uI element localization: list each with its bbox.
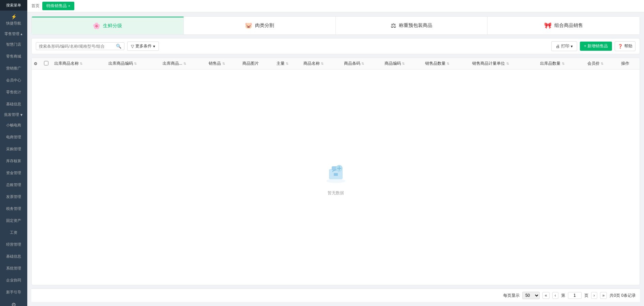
page-unit: 页 bbox=[584, 293, 588, 299]
th-ops: 操作 bbox=[619, 58, 640, 70]
th-out-name: 出库商品名称 ⇅ bbox=[52, 58, 106, 70]
search-icon[interactable]: 🔍 bbox=[116, 44, 121, 49]
filter-arrow: ▾ bbox=[153, 44, 155, 49]
sidebar-item-invoice[interactable]: 发票管理 bbox=[0, 191, 27, 203]
sidebar-item-operation[interactable]: 经营管理 bbox=[0, 239, 27, 250]
th-product-name: 商品名称 ⇅ bbox=[301, 58, 342, 70]
tab-weight[interactable]: ⚖ 称重预包装商品 bbox=[336, 17, 488, 34]
sidebar-item-guide[interactable]: 新手引导 bbox=[0, 286, 27, 298]
search-box[interactable]: 🔍 bbox=[36, 42, 124, 50]
print-arrow: ▾ bbox=[571, 44, 573, 49]
quick-icon: ⚡ bbox=[11, 14, 17, 19]
sidebar-item-base-info2[interactable]: 基础信息 bbox=[0, 250, 27, 262]
sidebar-item-fixed-assets[interactable]: 固定资产 bbox=[0, 215, 27, 227]
sidebar-item-system[interactable]: 系统管理 bbox=[0, 262, 27, 274]
th-member-price: 会员价 ⇅ bbox=[585, 58, 619, 70]
sidebar-item-enterprise[interactable]: 企业协同 bbox=[0, 274, 27, 286]
th-main-weight: 主量 ⇅ bbox=[274, 58, 301, 70]
sidebar-item-salary[interactable]: 工资 bbox=[0, 227, 27, 239]
topbar-tab-special[interactable]: 特殊销售品 × bbox=[42, 2, 74, 10]
svg-point-0 bbox=[326, 179, 345, 183]
combo-icon: 🎀 bbox=[544, 22, 552, 29]
sidebar-item-inventory[interactable]: 库存核算 bbox=[0, 155, 27, 167]
filter-icon: ▽ bbox=[131, 44, 134, 49]
sidebar-item-retail-mall[interactable]: 零售商城 bbox=[0, 50, 27, 62]
data-table: ⚙ 出库商品名称 ⇅ 出库商品编码 ⇅ 出库商品... ⇅ 销售品 ⇅ 商品图片… bbox=[32, 58, 640, 70]
th-barcode: 商品条码 ⇅ bbox=[342, 58, 383, 70]
th-out-qty: 出库品数量 ⇅ bbox=[538, 58, 585, 70]
svg-rect-4 bbox=[334, 173, 338, 176]
toolbar: 🔍 ▽ 更多条件 ▾ 🖨 打印 ▾ + 新增销售品 ❓ bbox=[31, 38, 640, 54]
page-input[interactable] bbox=[568, 292, 582, 299]
fresh-icon: 🌸 bbox=[93, 22, 100, 30]
topbar: 首页 特殊销售品 × bbox=[27, 0, 644, 12]
sidebar-search[interactable]: 搜索菜单 bbox=[0, 0, 27, 11]
th-out-code: 出库商品编码 ⇅ bbox=[106, 58, 161, 70]
pagination: 每页显示 50 20 100 « ‹ 第 页 › » 共0页 0条记录 bbox=[31, 289, 640, 302]
sidebar: 搜索菜单 ⚡ 快捷导航 零售管理 智慧门店 零售商城 营销推广 会员中心 零售统… bbox=[0, 0, 27, 306]
empty-state: 暂无数据 bbox=[32, 70, 640, 285]
last-page-button[interactable]: » bbox=[600, 292, 607, 299]
sidebar-item-smart-store[interactable]: 智慧门店 bbox=[0, 39, 27, 50]
weight-icon: ⚖ bbox=[391, 22, 396, 29]
select-all-checkbox[interactable] bbox=[44, 61, 48, 65]
sidebar-item-ecommerce-manage[interactable]: 电商管理 bbox=[0, 131, 27, 143]
new-button[interactable]: + 新增销售品 bbox=[580, 42, 612, 51]
total-text: 共0页 0条记录 bbox=[610, 293, 636, 299]
toolbar-right: 🖨 打印 ▾ + 新增销售品 ❓ 帮助 bbox=[551, 41, 635, 51]
th-sale-unit: 销售商品计量单位 ⇅ bbox=[470, 58, 538, 70]
settings-icon[interactable]: ⚙ bbox=[0, 298, 27, 306]
sidebar-item-finance[interactable]: 资金管理 bbox=[0, 167, 27, 179]
tab-meat[interactable]: 🐷 肉类分割 bbox=[184, 17, 336, 34]
th-out-spec: 出库商品... ⇅ bbox=[161, 58, 207, 70]
tab-fresh[interactable]: 🌸 生鲜分级 bbox=[32, 17, 184, 34]
prev-page-button[interactable]: ‹ bbox=[552, 292, 558, 299]
page-content: 🌸 生鲜分级 🐷 肉类分割 ⚖ 称重预包装商品 🎀 组合商品销售 🔍 bbox=[27, 12, 644, 306]
topbar-tab-close[interactable]: × bbox=[68, 4, 70, 8]
next-page-button[interactable]: › bbox=[591, 292, 597, 299]
th-settings[interactable]: ⚙ bbox=[32, 58, 42, 70]
print-button[interactable]: 🖨 打印 ▾ bbox=[551, 41, 577, 51]
per-page-label: 每页显示 bbox=[503, 293, 520, 299]
sidebar-item-tax[interactable]: 税务管理 bbox=[0, 203, 27, 215]
th-sale-item: 销售品 ⇅ bbox=[207, 58, 240, 70]
sidebar-item-purchase[interactable]: 采购管理 bbox=[0, 143, 27, 155]
help-icon: ❓ bbox=[618, 44, 623, 49]
sidebar-item-wholesale[interactable]: 批发管理 bbox=[0, 110, 27, 119]
sidebar-item-ecommerce-small[interactable]: 小畅电商 bbox=[0, 119, 27, 131]
th-img: 商品图片 bbox=[240, 58, 274, 70]
empty-text: 暂无数据 bbox=[328, 190, 344, 196]
th-sale-qty: 销售品数量 ⇅ bbox=[423, 58, 470, 70]
filter-button[interactable]: ▽ 更多条件 ▾ bbox=[127, 42, 159, 51]
page-label: 第 bbox=[561, 293, 565, 299]
sidebar-item-retail[interactable]: 零售管理 bbox=[0, 29, 27, 39]
print-icon: 🖨 bbox=[556, 44, 560, 49]
sidebar-item-retail-stats[interactable]: 零售统计 bbox=[0, 86, 27, 98]
empty-illustration bbox=[322, 159, 349, 186]
main-content: 首页 特殊销售品 × 🌸 生鲜分级 🐷 肉类分割 ⚖ 称重预包装商品 🎀 组合商… bbox=[27, 0, 644, 306]
meat-icon: 🐷 bbox=[245, 22, 252, 29]
per-page-select[interactable]: 50 20 100 bbox=[522, 292, 540, 299]
help-button[interactable]: ❓ 帮助 bbox=[615, 41, 635, 51]
tab-combo[interactable]: 🎀 组合商品销售 bbox=[488, 17, 640, 34]
sidebar-item-quick[interactable]: ⚡ 快捷导航 bbox=[0, 11, 27, 29]
toolbar-left: 🔍 ▽ 更多条件 ▾ bbox=[36, 42, 159, 51]
type-tabs: 🌸 生鲜分级 🐷 肉类分割 ⚖ 称重预包装商品 🎀 组合商品销售 bbox=[31, 16, 640, 35]
first-page-button[interactable]: « bbox=[542, 292, 550, 299]
sidebar-item-member[interactable]: 会员中心 bbox=[0, 74, 27, 86]
th-product-code: 商品编码 ⇅ bbox=[383, 58, 423, 70]
sidebar-item-base-info1[interactable]: 基础信息 bbox=[0, 98, 27, 110]
table-container: ⚙ 出库商品名称 ⇅ 出库商品编码 ⇅ 出库商品... ⇅ 销售品 ⇅ 商品图片… bbox=[31, 58, 640, 285]
th-checkbox[interactable] bbox=[42, 58, 52, 70]
search-input[interactable] bbox=[39, 44, 115, 49]
topbar-home[interactable]: 首页 bbox=[31, 3, 40, 9]
sidebar-item-marketing[interactable]: 营销推广 bbox=[0, 62, 27, 74]
sidebar-item-ledger[interactable]: 总账管理 bbox=[0, 179, 27, 191]
